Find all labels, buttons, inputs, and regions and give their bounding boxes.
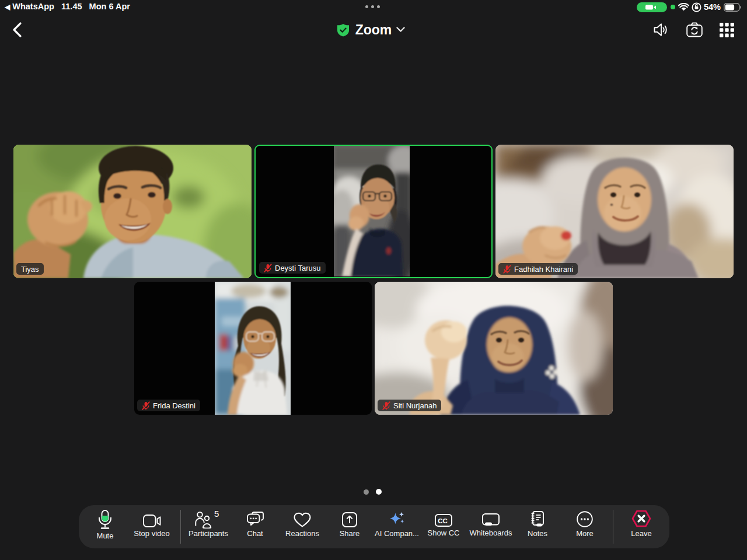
svg-text:CC: CC: [438, 517, 448, 524]
svg-text:5: 5: [214, 511, 219, 519]
